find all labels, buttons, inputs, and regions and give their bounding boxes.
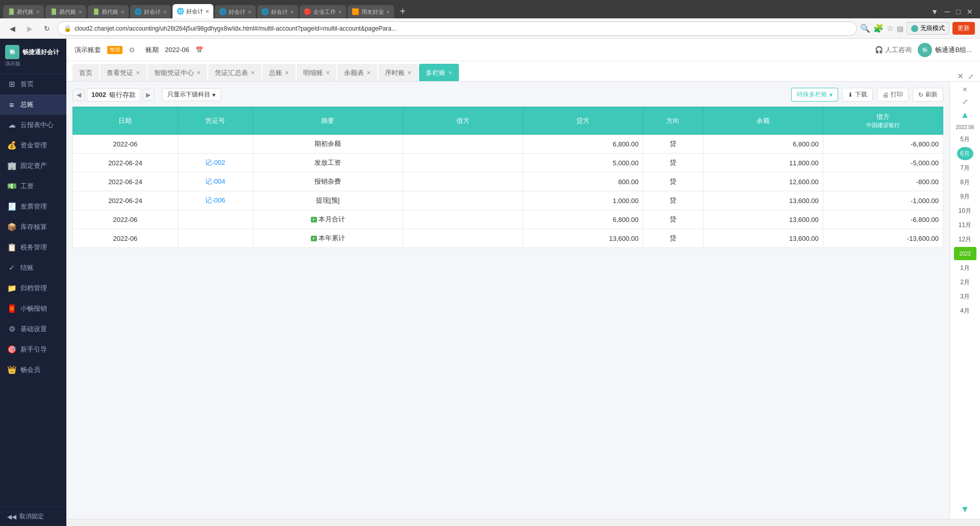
ledger-header: ◀ 1002 银行存款 ▶ 只显示下级科目 ▾ 特殊多栏账 [72, 88, 943, 102]
browser-tab-0[interactable]: 📗 易代账 ✕ [3, 5, 44, 18]
account-name: 演示账套 [75, 45, 101, 55]
tab-balance[interactable]: 余额表 ✕ [337, 64, 377, 81]
tab-close-icon[interactable]: ✕ [326, 70, 330, 76]
unpin-button[interactable]: ◀◀ 取消固定 [0, 507, 66, 526]
browser-tab-1[interactable]: 📗 易代账 ✕ [45, 5, 86, 18]
month-6-active[interactable]: 6月 [957, 147, 973, 160]
account-selector[interactable]: 1002 银行存款 [87, 88, 140, 102]
browser-chrome: 📗 易代账 ✕ 📗 易代账 ✕ 📗 易代账 ✕ 🌐 好会计 ✕ 🌐 好会计 ✕ … [0, 0, 980, 39]
add-tab-button[interactable]: + [396, 4, 410, 18]
update-button[interactable]: 更新 [952, 22, 975, 35]
sidebar-item-settings[interactable]: ⚙ 基础设置 [0, 319, 66, 339]
search-icon[interactable]: 🔍 [860, 23, 870, 33]
tab-close-icon[interactable]: ✕ [136, 70, 140, 76]
sidebar-item-home[interactable]: ⊞ 首页 [0, 74, 66, 94]
sidebar-item-member[interactable]: 👑 畅会员 [0, 360, 66, 380]
next-account-button[interactable]: ▶ [142, 89, 155, 101]
extension-icon[interactable]: 🧩 [873, 23, 884, 33]
filter-select[interactable]: 只显示下级科目 ▾ [162, 88, 221, 101]
tab-smart-voucher[interactable]: 智能凭证中心 ✕ [148, 64, 207, 81]
sidebar-item-close[interactable]: ✓ 结账 [0, 258, 66, 278]
month-5[interactable]: 5月 [954, 133, 976, 146]
tab-detail-ledger[interactable]: 明细账 ✕ [297, 64, 336, 81]
refresh-button[interactable]: ↻ 刷新 [913, 88, 943, 102]
browser-tab-4[interactable]: 🌐 好会计 ✕ [173, 4, 213, 18]
month-8[interactable]: 8月 [954, 176, 976, 189]
browser-tab-6[interactable]: 🌐 好会计 ✕ [257, 5, 298, 18]
tab-close-icon[interactable]: ✕ [366, 70, 371, 76]
wuhen-mode-button[interactable]: 无痕模式 [906, 22, 949, 35]
month-2023-2[interactable]: 2月 [954, 275, 976, 289]
browser-tab-7[interactable]: 🔴 企业工作 ✕ [300, 5, 346, 18]
sidebar-item-assets[interactable]: 🏢 固定资产 [0, 156, 66, 176]
month-2023-1[interactable]: 1月 [954, 261, 976, 274]
tab-close-icon[interactable]: ✕ [197, 70, 201, 76]
month-7[interactable]: 7月 [954, 161, 976, 174]
tax-icon: 📋 [7, 243, 16, 252]
expand-panel-button[interactable]: ⤢ [968, 72, 974, 81]
tab-close-icon[interactable]: ✕ [251, 70, 255, 76]
user-menu[interactable]: 畅 畅通通B组... [918, 43, 972, 57]
download-button[interactable]: ⬇ 下载 [842, 88, 873, 102]
table-row: 2022-06 + 本年累计 13,600.00 贷 1 [73, 229, 943, 248]
panel-expand-button[interactable]: ⤢ [960, 95, 970, 108]
home-icon: ⊞ [7, 80, 16, 89]
month-2023-4[interactable]: 4月 [954, 304, 976, 317]
tab-multi-column[interactable]: 多栏账 ✕ [419, 64, 459, 81]
tab-view-voucher[interactable]: 查看凭证 ✕ [100, 64, 146, 81]
month-11[interactable]: 11月 [954, 218, 976, 232]
browser-tab-2[interactable]: 📗 易代账 ✕ [88, 5, 129, 18]
horizontal-scrollbar[interactable] [66, 519, 980, 526]
col-date: 日期 [73, 107, 178, 135]
top-bar: 演示账套 禁用 ⚙ 账期 2022-06 📅 🎧 人工咨询 畅 畅通通B组... [66, 39, 980, 61]
month-12[interactable]: 12月 [954, 233, 976, 246]
prev-account-button[interactable]: ◀ [72, 89, 85, 101]
tab-list-button[interactable]: ▼ [931, 8, 938, 16]
sidebar-item-archive[interactable]: 📁 归档管理 [0, 278, 66, 298]
browser-tab-5[interactable]: 🌐 好会计 ✕ [215, 5, 256, 18]
special-multi-button[interactable]: 特殊多栏账 ▾ [791, 88, 838, 102]
sidebar-item-funds[interactable]: 💰 资金管理 [0, 135, 66, 156]
panel-up-button[interactable]: ▲ [959, 108, 972, 122]
sidebar-toggle[interactable]: ▤ [897, 24, 903, 33]
tab-close-icon[interactable]: ✕ [448, 70, 452, 76]
refresh-button[interactable]: ↻ [40, 21, 54, 36]
month-10[interactable]: 10月 [954, 204, 976, 217]
consult-button[interactable]: 🎧 人工咨询 [875, 45, 912, 55]
panel-down-button[interactable]: ▼ [959, 502, 972, 517]
sidebar-item-invoice[interactable]: 🧾 发票管理 [0, 196, 66, 217]
back-button[interactable]: ◀ [5, 21, 19, 36]
bookmark-icon[interactable]: ☆ [887, 23, 894, 33]
sidebar-item-tax[interactable]: 📋 税务管理 [0, 237, 66, 258]
tab-home[interactable]: 首页 [72, 64, 99, 81]
col-summary: 摘要 [253, 107, 403, 135]
gear-icon[interactable]: ⚙ [129, 46, 135, 54]
month-2023-3[interactable]: 3月 [954, 290, 976, 303]
print-button[interactable]: 🖨 打印 [877, 88, 909, 102]
browser-tab-8[interactable]: 🟧 用友好业 ✕ [348, 5, 394, 18]
minimize-button[interactable]: ─ [944, 7, 950, 16]
tab-general-ledger[interactable]: 总账 ✕ [262, 64, 296, 81]
tab-sequence[interactable]: 序时账 ✕ [378, 64, 418, 81]
tab-close-icon[interactable]: ✕ [285, 70, 289, 76]
browser-tab-3[interactable]: 🌐 好会计 ✕ [130, 5, 171, 18]
col-voucher: 凭证号 [178, 107, 253, 135]
sidebar-item-guide[interactable]: 🎯 新手引导 [0, 339, 66, 360]
panel-close-button[interactable]: ✕ [960, 84, 970, 95]
sidebar-item-salary[interactable]: 💵 工资 [0, 176, 66, 196]
address-input[interactable]: 🔒 cloud2.chanjet.com/accounting/uh26t264… [57, 21, 857, 36]
sidebar-item-expense[interactable]: 🧧 小畅报销 [0, 298, 66, 319]
sidebar-item-reports[interactable]: ☁ 云报表中心 [0, 115, 66, 135]
month-9[interactable]: 9月 [954, 190, 976, 203]
close-panel-button[interactable]: ✕ [957, 71, 964, 81]
tab-voucher-summary[interactable]: 凭证汇总表 ✕ [208, 64, 261, 81]
calendar-icon[interactable]: 📅 [195, 46, 203, 54]
forward-button[interactable]: ▶ [22, 21, 37, 36]
address-bar: ◀ ▶ ↻ 🔒 cloud2.chanjet.com/accounting/uh… [0, 18, 980, 39]
close-window-button[interactable]: ✕ [967, 8, 973, 16]
sidebar-item-inventory[interactable]: 📦 库存核算 [0, 217, 66, 237]
col-direction: 方向 [643, 107, 703, 135]
tab-close-icon[interactable]: ✕ [407, 70, 411, 76]
sidebar-item-ledger[interactable]: ≡ 总账 [0, 94, 66, 115]
maximize-button[interactable]: □ [957, 8, 961, 16]
